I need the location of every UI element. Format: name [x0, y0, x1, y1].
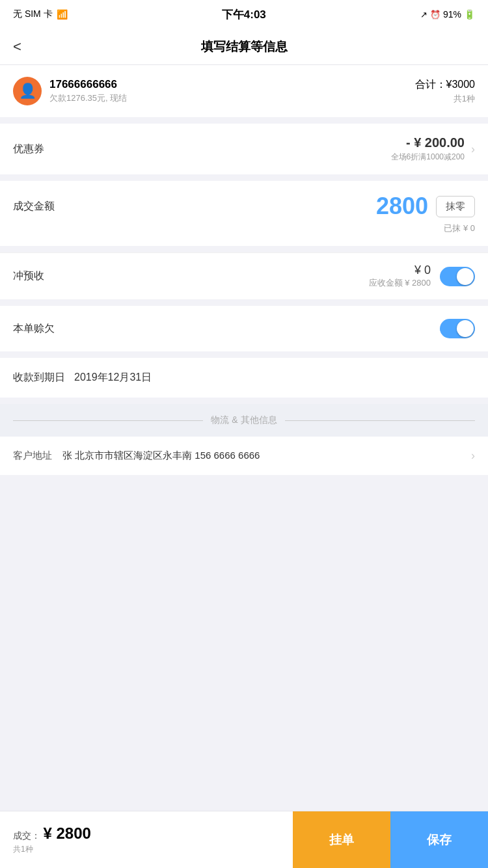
pending-button[interactable]: 挂单 — [293, 811, 390, 869]
prepay-toggle[interactable] — [440, 267, 475, 286]
address-chevron-icon: › — [471, 449, 475, 463]
prepay-section: 冲预收 ¥ 0 应收金额 ¥ 2800 — [0, 252, 488, 299]
bottom-count: 共1种 — [13, 844, 280, 855]
debt-label: 本单赊欠 — [13, 322, 55, 336]
coupon-label: 优惠券 — [13, 142, 44, 156]
status-bar: 无 SIM 卡 📶 下午4:03 ↗ ⏰ 91% 🔋 — [0, 0, 488, 29]
coupon-chevron-icon: › — [471, 142, 475, 156]
debt-toggle[interactable] — [440, 319, 475, 338]
status-time: 下午4:03 — [222, 7, 266, 22]
prepay-label: 冲预收 — [13, 269, 44, 283]
bottom-info: 成交： ¥ 2800 共1种 — [0, 824, 293, 855]
total-amount: 合计：¥3000 — [415, 78, 476, 92]
user-left: 👤 17666666666 欠款1276.35元, 现结 — [13, 77, 127, 105]
back-button[interactable]: < — [13, 38, 21, 55]
save-button[interactable]: 保存 — [390, 811, 488, 869]
deal-amount-sub: 已抹 ¥ 0 — [13, 223, 475, 234]
content-area: 👤 17666666666 欠款1276.35元, 现结 合计：¥3000 共1… — [0, 65, 488, 618]
deal-amount-row: 成交金额 2800 抹零 — [13, 193, 475, 220]
battery-percentage: 91% — [443, 9, 461, 20]
divider-section: 物流 & 其他信息 — [0, 404, 488, 437]
sim-signal: 无 SIM 卡 — [13, 8, 53, 20]
divider-line-right — [285, 420, 475, 421]
bottom-deal-label: 成交： — [13, 830, 40, 841]
location-icon: ↗ — [420, 10, 427, 20]
prepay-amount: ¥ 0 — [369, 264, 431, 277]
bottom-amount: ¥ 2800 — [43, 824, 90, 842]
coupon-section: 优惠券 - ¥ 200.00 全场6折满1000减200 › — [0, 124, 488, 174]
user-card: 👤 17666666666 欠款1276.35元, 现结 合计：¥3000 共1… — [0, 65, 488, 117]
deal-amount-label: 成交金额 — [13, 200, 55, 213]
debt-section: 本单赊欠 — [0, 306, 488, 351]
prepay-value-group: ¥ 0 应收金额 ¥ 2800 — [369, 264, 431, 289]
page-title: 填写结算等信息 — [201, 38, 288, 55]
address-value: 张 北京市市辖区海淀区永丰南 156 6666 6666 — [62, 448, 461, 463]
deal-amount-value: 2800 — [376, 193, 428, 220]
coupon-right: - ¥ 200.00 全场6折满1000减200 › — [391, 135, 475, 163]
user-info: 17666666666 欠款1276.35元, 现结 — [49, 78, 127, 104]
bottom-bar: 成交： ¥ 2800 共1种 挂单 保存 — [0, 811, 488, 868]
deal-amount-right: 2800 抹零 — [376, 193, 475, 220]
divider-text: 物流 & 其他信息 — [211, 414, 277, 426]
total-count: 共1种 — [415, 93, 476, 105]
status-left: 无 SIM 卡 📶 — [13, 8, 68, 20]
avatar: 👤 — [13, 77, 42, 105]
user-phone: 17666666666 — [49, 78, 127, 91]
due-date-value: 2019年12月31日 — [74, 371, 152, 385]
round-down-button[interactable]: 抹零 — [436, 196, 475, 217]
prepay-sub: 应收金额 ¥ 2800 — [369, 277, 431, 289]
empty-gray-area — [0, 481, 488, 560]
divider-line-left — [13, 420, 203, 421]
status-right: ↗ ⏰ 91% 🔋 — [420, 9, 475, 20]
address-section[interactable]: 客户地址 张 北京市市辖区海淀区永丰南 156 6666 6666 › — [0, 437, 488, 475]
bottom-deal-row: 成交： ¥ 2800 — [13, 824, 280, 843]
wifi-icon: 📶 — [57, 9, 68, 20]
coupon-amount: - ¥ 200.00 — [391, 135, 465, 150]
deal-amount-section: 成交金额 2800 抹零 已抹 ¥ 0 — [0, 181, 488, 246]
user-sub-text: 欠款1276.35元, 现结 — [49, 92, 127, 104]
prepay-right: ¥ 0 应收金额 ¥ 2800 — [369, 264, 475, 289]
due-date-label: 收款到期日 — [13, 371, 65, 385]
due-date-row: 收款到期日 2019年12月31日 — [13, 371, 475, 385]
due-date-section: 收款到期日 2019年12月31日 — [0, 358, 488, 398]
address-label: 客户地址 — [13, 450, 52, 462]
battery-icon: 🔋 — [464, 9, 475, 20]
coupon-sub: 全场6折满1000减200 — [391, 152, 465, 163]
alarm-icon: ⏰ — [430, 10, 441, 20]
coupon-row[interactable]: 优惠券 - ¥ 200.00 全场6折满1000减200 › — [0, 124, 488, 174]
user-right: 合计：¥3000 共1种 — [415, 78, 476, 105]
nav-bar: < 填写结算等信息 — [0, 29, 488, 65]
